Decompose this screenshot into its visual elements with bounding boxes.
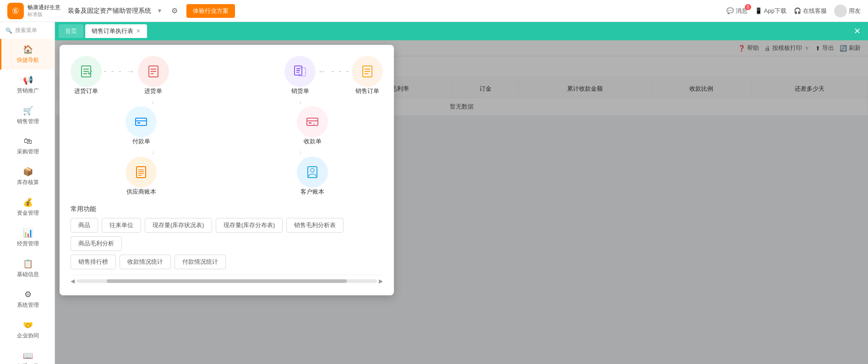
purchase-bill-node[interactable] xyxy=(138,56,169,87)
btn-receipt-stats[interactable]: 收款情况统计 xyxy=(120,255,171,269)
sales-icon: 🛒 xyxy=(23,106,33,116)
sidebar-item-guide[interactable]: 📖 新手引导 xyxy=(0,345,55,364)
payment-label: 付款单 xyxy=(132,137,150,146)
tab-close-icon[interactable]: ✕ xyxy=(136,28,141,34)
user-avatar[interactable]: 用友 xyxy=(834,5,861,17)
settings-button[interactable]: ⚙ xyxy=(168,5,181,17)
app-download-button[interactable]: 📱 App下载 xyxy=(755,7,786,15)
arrow-down-4: ↓ xyxy=(299,148,302,156)
sales-bill-col: 销货单 xyxy=(284,56,316,95)
payment-node[interactable] xyxy=(126,106,157,137)
scroll-track[interactable] xyxy=(76,279,377,283)
btn-partners[interactable]: 往来单位 xyxy=(102,218,141,233)
service-icon: 🎧 xyxy=(794,7,801,14)
purchase-bill-label: 进货单 xyxy=(144,87,162,95)
common-buttons-row1: 商品 往来单位 现存量(库存状况表) 现存量(库存分布表) 销售毛利分析表 商品… xyxy=(71,218,383,251)
customer-ledger-col: 客户账本 xyxy=(297,157,328,196)
btn-sales-gross[interactable]: 销售毛利分析表 xyxy=(286,218,344,233)
arrow-down-2: ↓ xyxy=(299,98,302,105)
purchase-icon: 🛍 xyxy=(24,136,32,146)
sales-order-col: 销售订单 xyxy=(352,56,383,95)
btn-sales-rank[interactable]: 销售排行榜 xyxy=(71,255,116,269)
sidebar-item-basic[interactable]: 📋 基础信息 xyxy=(0,253,55,284)
sidebar-item-enterprise[interactable]: 🤝 企业协同 xyxy=(0,315,55,345)
sales-order-label: 销售订单 xyxy=(355,87,379,95)
sales-bill-node[interactable] xyxy=(284,56,316,87)
supplier-ledger-col: 供应商账本 xyxy=(126,157,157,196)
finance-icon: 💰 xyxy=(23,197,33,207)
svg-point-30 xyxy=(311,168,314,172)
receipt-col: ¥ 收款单 xyxy=(297,106,328,146)
purchase-order-label: 进货订单 xyxy=(74,87,98,95)
sidebar-item-sales[interactable]: 🛒 销售管理 xyxy=(0,100,55,131)
scroll-thumb xyxy=(107,279,347,283)
logo-icon: ⑥ xyxy=(7,3,24,19)
sidebar-item-inventory[interactable]: 📦 库存核算 xyxy=(0,161,55,192)
btn-stock-status[interactable]: 现存量(库存状况表) xyxy=(145,218,212,233)
scroll-right-arrow[interactable]: ▶ xyxy=(379,278,383,284)
online-service-button[interactable]: 🎧 在线客服 xyxy=(794,7,827,15)
guide-icon: 📖 xyxy=(23,351,33,361)
message-icon: 💬 xyxy=(726,7,734,14)
btn-goods[interactable]: 商品 xyxy=(71,218,98,233)
purchase-order-node[interactable] xyxy=(71,56,102,87)
sidebar-item-finance[interactable]: 💰 资金管理 xyxy=(0,192,55,223)
customer-ledger-node[interactable] xyxy=(297,157,328,188)
receipt-node[interactable]: ¥ xyxy=(297,106,328,137)
scroll-left-arrow[interactable]: ◀ xyxy=(71,278,75,284)
btn-stock-dist[interactable]: 现存量(库存分布表) xyxy=(216,218,283,233)
tab-home[interactable]: 首页 xyxy=(59,24,83,38)
sales-bill-label: 销货单 xyxy=(291,87,309,95)
sidebar-item-purchase[interactable]: 🛍 采购管理 xyxy=(0,131,55,161)
overlay[interactable]: 进货订单 - - - → xyxy=(55,40,868,364)
avatar-circle xyxy=(834,5,847,17)
supplier-ledger-label: 供应商账本 xyxy=(126,188,156,196)
receipt-label: 收款单 xyxy=(304,137,322,146)
sidebar-item-quick-nav[interactable]: 🏠 快捷导航 xyxy=(0,39,55,70)
svg-rect-20 xyxy=(307,118,318,125)
btn-payment-stats[interactable]: 付款情况统计 xyxy=(175,255,226,269)
svg-rect-17 xyxy=(136,118,147,125)
system-title: 装备及固定资产辅助管理系统 xyxy=(68,7,151,15)
logo-text: 畅康通好生意 标准版 xyxy=(27,4,60,18)
message-badge: 6 xyxy=(745,4,751,10)
flow-section: 进货订单 - - - → xyxy=(71,56,383,196)
common-buttons-row2: 销售排行榜 收款情况统计 付款情况统计 xyxy=(71,255,383,269)
message-button[interactable]: 💬 消息 6 xyxy=(726,7,748,15)
supplier-ledger-node[interactable] xyxy=(126,157,157,188)
main-area: 🔍 搜索菜单 🏠 快捷导航 📢 营销推广 🛒 销售管理 🛍 采购管理 📦 xyxy=(0,22,868,364)
experience-btn[interactable]: 体验行业方案 xyxy=(186,4,235,18)
sidebar-item-marketing[interactable]: 📢 营销推广 xyxy=(0,70,55,100)
inventory-icon: 📦 xyxy=(23,167,33,177)
system-icon: ⚙ xyxy=(24,289,32,299)
title-arrow-icon[interactable]: ▼ xyxy=(157,7,163,14)
svg-rect-19 xyxy=(137,122,140,124)
sidebar-search[interactable]: 🔍 搜索菜单 xyxy=(0,22,55,39)
tab-bar-close-btn[interactable]: ✕ xyxy=(850,26,864,36)
customer-ledger-label: 客户账本 xyxy=(300,188,324,196)
home-icon: 🏠 xyxy=(23,44,33,54)
svg-rect-22 xyxy=(309,122,311,124)
operations-icon: 📊 xyxy=(23,228,33,238)
arrow-h-2: ← - - - xyxy=(317,66,350,76)
svg-rect-24 xyxy=(136,167,146,178)
popup-scroll: ◀ ▶ xyxy=(71,275,383,284)
common-section: 常用功能 商品 往来单位 现存量(库存状况表) 现存量(库存分布表) 销售毛利分… xyxy=(71,205,383,269)
btn-goods-gross[interactable]: 商品毛利分析 xyxy=(71,236,122,251)
marketing-icon: 📢 xyxy=(23,75,33,85)
common-title: 常用功能 xyxy=(71,205,383,213)
top-header: ⑥ 畅康通好生意 标准版 装备及固定资产辅助管理系统 ▼ ⚙ 体验行业方案 💬 … xyxy=(0,0,868,22)
sales-order-node[interactable] xyxy=(352,56,383,87)
purchase-bill-col: 进货单 xyxy=(138,56,169,95)
arrow-down-3: ↓ xyxy=(152,148,155,156)
sidebar-item-operations[interactable]: 📊 经营管理 xyxy=(0,223,55,253)
enterprise-icon: 🤝 xyxy=(23,320,33,330)
tab-sales-order[interactable]: 销售订单执行表 ✕ xyxy=(85,24,147,38)
content-area: 首页 销售订单执行表 ✕ ✕ ❓ 帮助 xyxy=(55,22,868,364)
logo-area: ⑥ 畅康通好生意 标准版 xyxy=(7,3,62,19)
payment-col: 付款单 xyxy=(126,106,157,146)
arrow-down-1: ↓ xyxy=(152,98,155,105)
app-icon: 📱 xyxy=(755,7,762,14)
app-container: ⑥ 畅康通好生意 标准版 装备及固定资产辅助管理系统 ▼ ⚙ 体验行业方案 💬 … xyxy=(0,0,868,364)
sidebar-item-system[interactable]: ⚙ 系统管理 xyxy=(0,284,55,315)
